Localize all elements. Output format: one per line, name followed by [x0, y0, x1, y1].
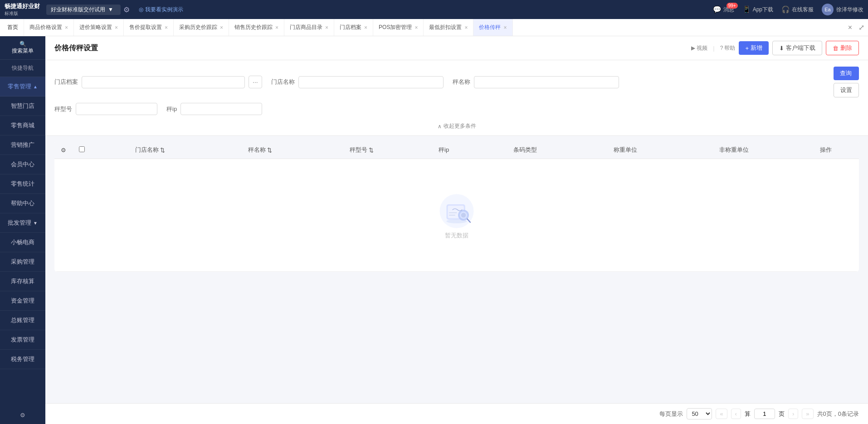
- scale-ip-input[interactable]: [180, 103, 262, 115]
- add-button[interactable]: + 新增: [739, 41, 769, 55]
- th-non-weight-unit-label: 非称重单位: [719, 146, 749, 153]
- close-icon[interactable]: ×: [464, 24, 468, 31]
- close-icon[interactable]: ×: [364, 24, 367, 31]
- close-icon[interactable]: ×: [65, 24, 68, 31]
- select-all-checkbox[interactable]: [79, 146, 85, 152]
- sidebar-item-invoice[interactable]: 发票管理: [0, 330, 45, 350]
- delete-button[interactable]: 🗑 删除: [826, 41, 859, 55]
- sidebar-item-tax-label: 税务管理: [11, 356, 34, 362]
- sidebar-settings-button[interactable]: ⚙: [0, 406, 45, 424]
- sort-scale-model[interactable]: 秤型号 ⇅: [317, 146, 407, 154]
- sidebar-item-ledger[interactable]: 总账管理: [0, 311, 45, 330]
- user-area[interactable]: Ea 徐泽华修改: [822, 4, 863, 15]
- messages-button[interactable]: 💬 消息 99+: [713, 5, 734, 14]
- per-page-select[interactable]: 10 20 50 100: [687, 408, 712, 419]
- sidebar-quick-nav[interactable]: 快捷导航: [0, 60, 45, 77]
- sidebar-item-finance[interactable]: 资金管理: [0, 291, 45, 311]
- empty-text-label: 暂无数据: [445, 231, 468, 240]
- scale-name-input[interactable]: [474, 76, 619, 88]
- tab-pos-encrypt[interactable]: POS加密管理 ×: [373, 19, 424, 36]
- total-info: 共0页，0条记录: [817, 410, 859, 418]
- query-button[interactable]: 查询: [834, 67, 859, 80]
- last-page-button[interactable]: »: [802, 409, 813, 419]
- per-page-label: 每页显示: [659, 410, 683, 418]
- sidebar-item-members[interactable]: 会员中心: [0, 155, 45, 174]
- store-name-input[interactable]: [298, 76, 444, 88]
- store-archive-input[interactable]: [82, 76, 245, 88]
- first-page-button[interactable]: «: [716, 409, 727, 419]
- sidebar: 🔍 搜索菜单 快捷导航 零售管理 ▲ 智慧门店 零售商城 营销推广 会员中心: [0, 36, 45, 424]
- th-scale-name[interactable]: 秤名称 ⇅: [210, 141, 311, 159]
- sidebar-item-retail-mall[interactable]: 零售商城: [0, 116, 45, 135]
- tab-sale-price[interactable]: 售价提取设置 ×: [124, 19, 174, 36]
- sidebar-item-invoice-label: 发票管理: [11, 336, 34, 343]
- close-icon[interactable]: ×: [220, 24, 223, 31]
- page-title: 价格传秤设置: [54, 43, 98, 53]
- tab-sale-price-label: 售价提取设置: [129, 24, 162, 31]
- sidebar-search[interactable]: 🔍 搜索菜单: [0, 36, 45, 60]
- filter-row-2: 秤型号 秤ip: [54, 103, 859, 115]
- sidebar-item-help[interactable]: 帮助中心: [0, 194, 45, 213]
- help-link[interactable]: ? 帮助: [720, 44, 736, 52]
- th-scale-ip: 秤ip: [413, 141, 475, 159]
- sidebar-item-retail[interactable]: 零售管理 ▲: [0, 77, 45, 96]
- tab-store-catalog[interactable]: 门店商品目录 ×: [284, 19, 334, 36]
- page-number-input[interactable]: [754, 409, 775, 419]
- expand-tab-button[interactable]: ⤢: [857, 22, 866, 33]
- empty-state: 暂无数据: [60, 164, 853, 267]
- tab-goods-price[interactable]: 商品价格设置 ×: [24, 19, 74, 36]
- scale-model-input[interactable]: [76, 103, 157, 115]
- sidebar-item-purchase[interactable]: 采购管理: [0, 252, 45, 272]
- tab-price-scale[interactable]: 价格传秤 ×: [473, 19, 512, 36]
- version-selector[interactable]: 好业财标准版交付试用 ▼: [46, 5, 121, 15]
- prev-page-button[interactable]: ‹: [731, 409, 741, 419]
- table-header-row: ⚙ 门店名称 ⇅: [54, 141, 859, 159]
- th-checkbox[interactable]: [73, 141, 91, 159]
- sort-store-name[interactable]: 门店名称 ⇅: [96, 146, 204, 154]
- main-layout: 🔍 搜索菜单 快捷导航 零售管理 ▲ 智慧门店 零售商城 营销推广 会员中心: [0, 36, 868, 424]
- close-icon[interactable]: ×: [165, 24, 168, 31]
- close-icon[interactable]: ×: [414, 24, 418, 31]
- demo-button[interactable]: ◎ 我要看实例演示: [137, 6, 183, 14]
- sidebar-item-retail-label: 零售管理: [8, 82, 31, 91]
- th-store-name[interactable]: 门店名称 ⇅: [91, 141, 210, 159]
- close-icon[interactable]: ×: [115, 24, 118, 31]
- collapse-button[interactable]: ∧ 收起更多条件: [438, 122, 476, 130]
- scale-ip-label: 秤ip: [166, 105, 177, 113]
- settings-button[interactable]: ⚙: [123, 5, 130, 14]
- tab-purchase-strategy[interactable]: 进价策略设置 ×: [74, 19, 124, 36]
- tab-sales-history-label: 销售历史价跟踪: [234, 24, 273, 31]
- video-link[interactable]: ▶ 视频: [691, 44, 707, 52]
- sidebar-item-inventory[interactable]: 库存核算: [0, 272, 45, 291]
- tab-purchase-history[interactable]: 采购历史价跟踪 ×: [174, 19, 229, 36]
- demo-label: 我要看实例演示: [145, 6, 183, 14]
- setting-small-button[interactable]: 设置: [834, 83, 859, 97]
- page-label: 算: [745, 410, 751, 418]
- store-archive-dots-button[interactable]: ···: [249, 76, 262, 88]
- chevron-down-icon: ▼: [33, 221, 38, 226]
- tab-goods-price-label: 商品价格设置: [29, 24, 62, 31]
- sidebar-item-marketing[interactable]: 营销推广: [0, 135, 45, 155]
- gear-icon: ⚙: [20, 412, 25, 419]
- sidebar-item-wholesale[interactable]: 批发管理 ▼: [0, 213, 45, 233]
- tab-home[interactable]: 首页: [2, 19, 24, 36]
- tab-min-discount[interactable]: 最低折扣设置 ×: [424, 19, 473, 36]
- download-button[interactable]: ⬇ 客户端下载: [772, 41, 822, 55]
- page-header: 价格传秤设置 ▶ 视频 | ? 帮助 + 新增: [45, 36, 868, 60]
- sidebar-item-ecommerce[interactable]: 小畅电商: [0, 233, 45, 252]
- th-scale-model[interactable]: 秤型号 ⇅: [311, 141, 413, 159]
- tab-store-archive[interactable]: 门店档案 ×: [334, 19, 373, 36]
- app-download-button[interactable]: 📱 App下载: [742, 5, 773, 14]
- sidebar-item-smart-store[interactable]: 智慧门店: [0, 96, 45, 116]
- sidebar-item-tax[interactable]: 税务管理: [0, 350, 45, 369]
- close-icon[interactable]: ×: [325, 24, 328, 31]
- close-icon[interactable]: ×: [275, 24, 278, 31]
- close-tab-button[interactable]: ×: [846, 23, 854, 33]
- sidebar-item-retail-stats[interactable]: 零售统计: [0, 174, 45, 194]
- th-settings[interactable]: ⚙: [54, 141, 73, 159]
- next-page-button[interactable]: ›: [788, 409, 798, 419]
- close-icon[interactable]: ×: [503, 24, 507, 31]
- tab-sales-history[interactable]: 销售历史价跟踪 ×: [229, 19, 284, 36]
- online-service-button[interactable]: 🎧 在线客服: [781, 5, 814, 14]
- sort-scale-name[interactable]: 秤名称 ⇅: [215, 146, 306, 154]
